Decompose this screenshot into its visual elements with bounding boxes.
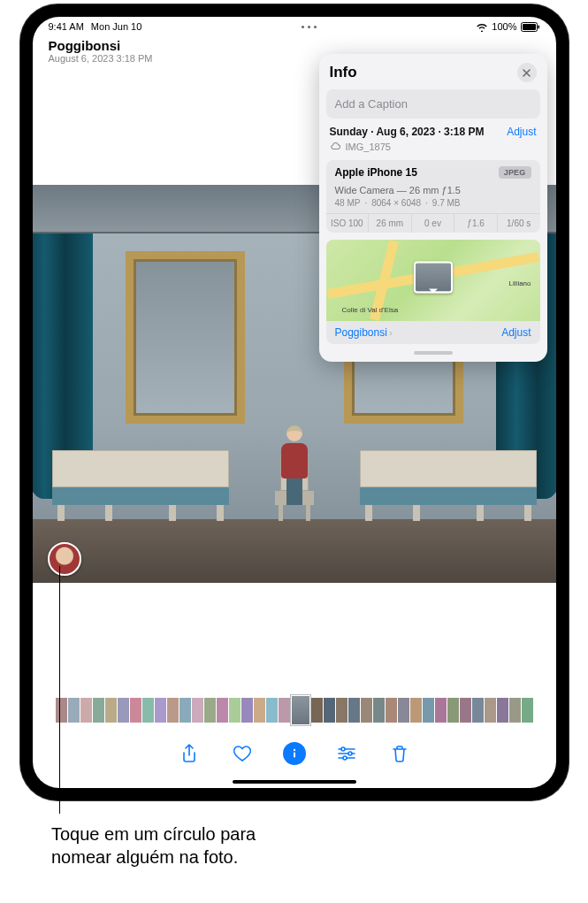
adjust-location-button[interactable]: Adjust [501,326,531,339]
status-time: 9:41 AM [49,21,84,32]
thumbnail[interactable] [192,698,203,723]
status-date: Mon Jun 10 [91,21,141,32]
lens-info: Wide Camera — 26 mm ƒ1.5 [326,185,540,198]
home-indicator[interactable] [233,780,356,784]
battery-icon [521,22,540,32]
thumbnail[interactable] [130,698,141,723]
cloud-icon [330,140,341,153]
status-bar: 9:41 AM Mon Jun 10 100% [33,17,556,34]
adjust-button[interactable] [334,741,359,766]
share-button[interactable] [177,741,202,766]
location-card: Colle di Val d'Elsa Lilliano Poggibonsi … [326,240,540,344]
thumbnail[interactable] [241,698,253,723]
panel-drag-handle[interactable] [414,351,453,355]
exif-row: ISO 100 26 mm 0 ev ƒ1.6 1/60 s [326,213,540,233]
thumbnail[interactable] [447,698,459,723]
capture-date: Sunday · Aug 6, 2023 · 3:18 PM [330,126,508,138]
exif-aperture: ƒ1.6 [454,214,498,233]
exif-shutter: 1/60 s [498,214,540,233]
svg-point-7 [343,756,347,760]
thumbnail[interactable] [118,698,129,723]
map-view[interactable]: Colle di Val d'Elsa Lilliano [326,240,540,321]
map-place-label: Colle di Val d'Elsa [342,306,399,314]
thumbnail[interactable] [279,698,290,723]
sliders-icon [337,746,356,761]
thumbnail[interactable] [105,698,117,723]
callout-leader-line [59,566,60,814]
svg-point-5 [341,747,345,751]
filename: IMG_1875 [346,142,391,152]
thumbnail[interactable] [80,698,92,723]
favorite-button[interactable] [230,741,255,766]
thumbnail-active[interactable] [291,695,310,725]
heart-icon [233,745,252,762]
multitask-dots[interactable] [141,26,476,28]
thumbnail[interactable] [311,698,323,723]
bottom-toolbar [33,735,556,772]
close-button[interactable] [517,63,537,82]
exif-focal: 26 mm [369,214,412,233]
thumbnail[interactable] [398,698,409,723]
thumbnail[interactable] [348,698,360,723]
resolution: 8064 × 6048 [371,198,421,208]
metadata-card: Apple iPhone 15 JPEG Wide Camera — 26 mm… [326,160,540,233]
delete-button[interactable] [387,741,412,766]
close-icon [523,69,531,77]
thumbnail[interactable] [217,698,228,723]
info-button[interactable] [283,742,306,765]
share-icon [180,744,198,763]
location-link[interactable]: Poggibonsi › [335,326,502,339]
thumbnail[interactable] [167,698,179,723]
map-photo-pin[interactable] [414,261,453,293]
thumbnail[interactable] [423,698,434,723]
thumbnail[interactable] [485,698,496,723]
thumbnail[interactable] [324,698,335,723]
thumbnail[interactable] [410,698,422,723]
info-title: Info [330,64,517,81]
chevron-right-icon: › [389,327,393,338]
thumbnail[interactable] [204,698,216,723]
exif-iso: ISO 100 [326,214,370,233]
thumbnail[interactable] [497,698,508,723]
svg-rect-2 [538,25,539,28]
caption-input[interactable]: Add a Caption [326,89,540,119]
thumbnail[interactable] [68,698,80,723]
trash-icon [392,745,408,762]
thumbnail[interactable] [56,698,67,723]
thumbnail[interactable] [336,698,347,723]
location-title: Poggibonsi [49,38,540,53]
face-tag-circle[interactable] [48,542,81,576]
thumbnail[interactable] [266,698,278,723]
file-format-badge: JPEG [499,166,531,179]
megapixels: 48 MP [335,198,361,208]
svg-point-6 [348,752,352,755]
adjust-date-button[interactable]: Adjust [507,126,536,138]
thumbnail[interactable] [522,698,533,723]
thumbnail[interactable] [155,698,166,723]
thumbnail[interactable] [361,698,372,723]
thumbnail[interactable] [373,698,385,723]
info-panel: Info Add a Caption Sunday · Aug 6, 2023 … [319,54,547,362]
thumbnail[interactable] [179,698,191,723]
thumbnail[interactable] [460,698,471,723]
map-place-label: Lilliano [509,279,531,287]
svg-point-3 [293,749,294,751]
exif-ev: 0 ev [412,214,455,233]
wifi-icon [476,22,488,32]
thumbnail-strip[interactable] [33,694,556,726]
thumbnail[interactable] [509,698,521,723]
battery-percent: 100% [492,21,516,32]
thumbnail[interactable] [472,698,484,723]
thumbnail[interactable] [229,698,241,723]
info-icon [288,747,301,760]
thumbnail[interactable] [142,698,154,723]
file-size: 9.7 MB [432,198,461,208]
svg-rect-1 [523,24,536,30]
thumbnail[interactable] [254,698,265,723]
callout-text: Toque em um círculo para nomear alguém n… [51,823,370,869]
device-name: Apple iPhone 15 [335,166,499,179]
thumbnail[interactable] [386,698,397,723]
svg-rect-4 [294,753,295,758]
thumbnail[interactable] [435,698,447,723]
thumbnail[interactable] [93,698,104,723]
